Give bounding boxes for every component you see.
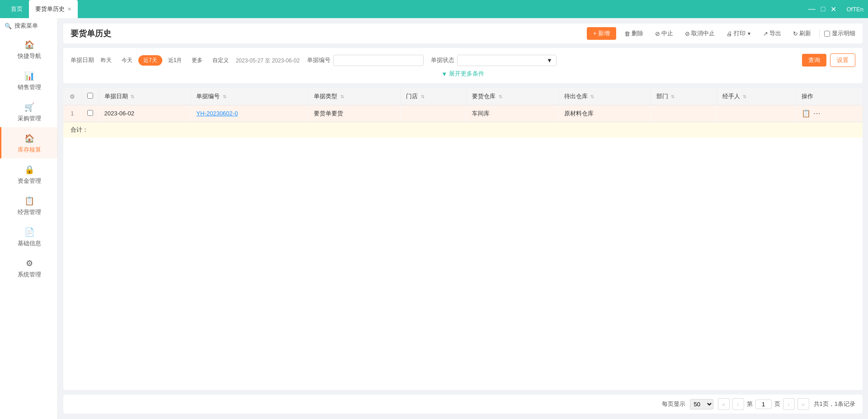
per-page-label: 每页显示 (662, 400, 685, 408)
status-dropdown-icon: ▼ (547, 57, 552, 64)
search-icon: 🔍 (5, 23, 12, 29)
pagination-bar: 每页显示 10 20 50 100 « ‹ 第 页 › » 共1页，1条记录 (63, 395, 863, 414)
date-filter-group: 单据日期 昨天 今天 近7天 近1月 更多 自定义 2023-05-27 至 2… (71, 55, 300, 66)
col-doctype-sort[interactable]: ⇅ (340, 94, 344, 99)
date-btn-1month[interactable]: 近1月 (164, 55, 186, 66)
col-store-sort[interactable]: ⇅ (421, 94, 425, 99)
date-label: 单据日期 (71, 56, 94, 64)
first-page-btn[interactable]: « (718, 398, 730, 410)
sidebar-item-basic[interactable]: 📄 基础信息 (0, 221, 57, 252)
row-doc-type: 要货单要货 (308, 105, 401, 122)
stop-button[interactable]: ⊘ 中止 (651, 28, 677, 39)
print-chevron-icon: ▼ (747, 31, 751, 36)
export-button[interactable]: ↗ 导出 (760, 28, 785, 39)
col-req-wh-sort[interactable]: ⇅ (499, 94, 502, 99)
maximize-icon[interactable]: □ (821, 5, 826, 13)
date-buttons: 昨天 今天 近7天 近1月 更多 自定义 (97, 55, 233, 66)
select-all-checkbox[interactable] (87, 93, 93, 99)
col-doc-no: 单据编号 ⇅ (191, 88, 308, 105)
total-info: 共1页，1条记录 (814, 400, 855, 408)
last-page-btn[interactable]: » (797, 398, 809, 410)
sidebar-item-operation[interactable]: 📋 经营管理 (0, 190, 57, 221)
page-label: 第 (747, 400, 753, 408)
doc-no-link[interactable]: YH-20230602-0 (196, 110, 238, 117)
delete-icon: 🗑 (624, 30, 630, 37)
action-icons: 📋 ⋯ (802, 109, 857, 118)
col-settings[interactable]: ⚙ (63, 88, 81, 105)
filter-bar: 单据日期 昨天 今天 近7天 近1月 更多 自定义 2023-05-27 至 2… (63, 48, 863, 83)
col-dept-sort[interactable]: ⇅ (671, 94, 675, 99)
status-filter-group: 单据状态 ▼ (431, 55, 557, 66)
row-doc-no: YH-20230602-0 (191, 105, 308, 122)
show-detail-checkbox[interactable]: 显示明细 (824, 29, 855, 38)
col-pending-wh-sort[interactable]: ⇅ (590, 94, 594, 99)
col-doc-type: 单据类型 ⇅ (308, 88, 401, 105)
finance-icon: 🔒 (24, 165, 34, 175)
table-header-row: ⚙ 单据日期 ⇅ 单据编号 ⇅ 单据类型 (63, 88, 863, 105)
row-department (651, 105, 717, 122)
page-suffix: 页 (774, 400, 780, 408)
delete-button[interactable]: 🗑 删除 (621, 28, 647, 39)
table-empty-space (63, 138, 863, 390)
close-window-icon[interactable]: ✕ (830, 5, 836, 14)
sidebar-item-system[interactable]: ⚙ 系统管理 (0, 252, 57, 283)
summary-label: 合计： (71, 126, 88, 134)
tab-home[interactable]: 首页 (5, 0, 29, 18)
table-row: 1 2023-06-02 YH-20230602-0 要货单要货 车间库 原材料… (63, 105, 863, 122)
often-label: OfTEn (846, 6, 863, 13)
sidebar-item-finance[interactable]: 🔒 资金管理 (0, 158, 57, 190)
col-department: 部门 ⇅ (651, 88, 717, 105)
toolbar-divider (819, 29, 820, 38)
date-btn-more[interactable]: 更多 (188, 55, 207, 66)
prev-page-btn[interactable]: ‹ (732, 398, 744, 410)
tab-requisition-history[interactable]: 要货单历史 ✕ (29, 0, 78, 18)
toolbar: + 新增 🗑 删除 ⊘ 中止 ⊘ 取消中止 🖨 打印 ▼ (587, 27, 855, 40)
nav-icon: 🏠 (24, 40, 34, 50)
tab-close-icon[interactable]: ✕ (67, 6, 71, 12)
edit-icon[interactable]: 📋 (802, 109, 811, 118)
col-date: 单据日期 ⇅ (99, 88, 191, 105)
status-select[interactable]: ▼ (457, 55, 557, 66)
show-detail-input[interactable] (824, 31, 830, 37)
search-menu[interactable]: 🔍 搜索菜单 (0, 18, 57, 33)
doc-number-input[interactable] (333, 55, 424, 66)
next-page-btn[interactable]: › (783, 398, 795, 410)
col-docno-sort[interactable]: ⇅ (223, 94, 226, 99)
row-action: 📋 ⋯ (796, 105, 863, 122)
per-page-select[interactable]: 10 20 50 100 (690, 399, 713, 409)
operation-icon: 📋 (24, 196, 34, 206)
row-checkbox[interactable] (87, 110, 93, 116)
print-button[interactable]: 🖨 打印 ▼ (723, 28, 755, 39)
sidebar: 🔍 搜索菜单 🏠 快捷导航 📊 销售管理 🛒 采购管理 🏠 库存核算 🔒 资金管… (0, 18, 58, 419)
col-date-sort[interactable]: ⇅ (131, 94, 134, 99)
new-button[interactable]: + 新增 (587, 27, 616, 40)
date-btn-today[interactable]: 今天 (118, 55, 137, 66)
top-bar: 首页 要货单历史 ✕ — □ ✕ OfTEn (0, 0, 868, 18)
date-btn-7days[interactable]: 近7天 (138, 55, 162, 66)
sidebar-item-purchase[interactable]: 🛒 采购管理 (0, 96, 57, 127)
query-button[interactable]: 查询 (802, 54, 826, 67)
expand-more[interactable]: ▼ 展开更多条件 (71, 70, 855, 78)
refresh-icon: ↻ (793, 30, 798, 37)
status-label: 单据状态 (431, 56, 454, 64)
date-btn-yesterday[interactable]: 昨天 (97, 55, 116, 66)
sidebar-item-nav[interactable]: 🏠 快捷导航 (0, 33, 57, 65)
minimize-icon[interactable]: — (808, 5, 816, 13)
settings-button[interactable]: 设置 (830, 53, 855, 67)
col-checkbox (81, 88, 99, 105)
date-btn-custom[interactable]: 自定义 (208, 55, 233, 66)
sidebar-item-sales[interactable]: 📊 销售管理 (0, 65, 57, 96)
more-icon[interactable]: ⋯ (813, 109, 821, 118)
cancel-stop-button[interactable]: ⊘ 取消中止 (681, 28, 718, 39)
basic-icon: 📄 (24, 227, 34, 237)
page-input[interactable] (755, 400, 772, 409)
col-action: 操作 (796, 88, 863, 105)
stop-icon: ⊘ (655, 30, 660, 37)
date-range-display: 2023-05-27 至 2023-06-02 (236, 57, 299, 65)
col-req-warehouse: 要货仓库 ⇅ (466, 88, 558, 105)
col-handler-sort[interactable]: ⇅ (743, 94, 746, 99)
export-icon: ↗ (763, 30, 768, 37)
sidebar-item-inventory[interactable]: 🏠 库存核算 (0, 127, 57, 158)
row-num: 1 (63, 105, 81, 122)
refresh-button[interactable]: ↻ 刷新 (789, 28, 815, 39)
